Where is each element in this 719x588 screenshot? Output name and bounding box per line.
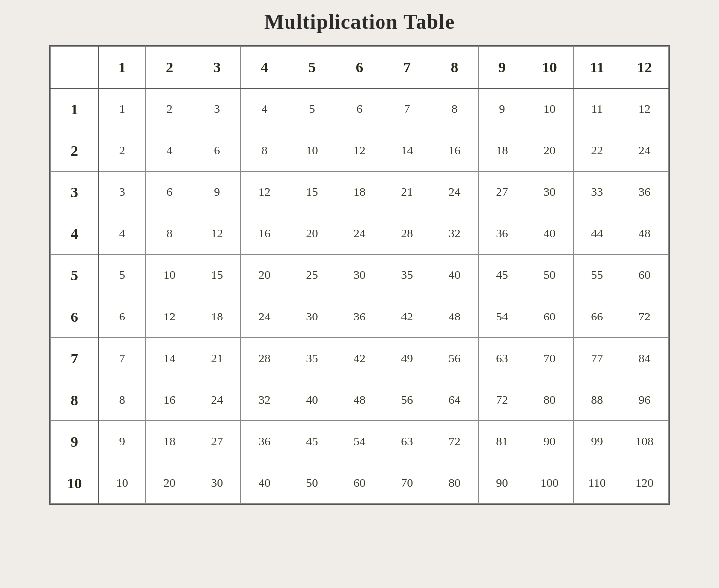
table-cell: 48 bbox=[621, 213, 669, 255]
table-cell: 9 bbox=[193, 172, 241, 213]
table-cell: 20 bbox=[146, 462, 193, 504]
table-cell: 24 bbox=[193, 379, 241, 421]
table-cell: 49 bbox=[383, 338, 431, 379]
col-header-8: 8 bbox=[431, 47, 479, 89]
table-cell: 14 bbox=[146, 338, 193, 379]
table-cell: 28 bbox=[241, 338, 288, 379]
table-cell: 36 bbox=[621, 172, 669, 213]
table-cell: 110 bbox=[574, 462, 621, 504]
table-cell: 10 bbox=[146, 255, 193, 296]
table-cell: 7 bbox=[98, 338, 146, 379]
row-header-9: 9 bbox=[51, 421, 98, 462]
table-cell: 40 bbox=[241, 462, 288, 504]
col-header-9: 9 bbox=[479, 47, 526, 89]
table-cell: 6 bbox=[146, 172, 193, 213]
table-cell: 6 bbox=[98, 296, 146, 338]
table-cell: 21 bbox=[383, 172, 431, 213]
table-cell: 27 bbox=[479, 172, 526, 213]
table-cell: 54 bbox=[336, 421, 383, 462]
table-cell: 56 bbox=[383, 379, 431, 421]
table-cell: 42 bbox=[383, 296, 431, 338]
table-cell: 18 bbox=[193, 296, 241, 338]
table-row: 9918273645546372819099108 bbox=[51, 421, 669, 462]
table-cell: 88 bbox=[574, 379, 621, 421]
table-cell: 48 bbox=[336, 379, 383, 421]
table-cell: 8 bbox=[431, 89, 479, 130]
table-cell: 25 bbox=[288, 255, 336, 296]
table-row: 44812162024283236404448 bbox=[51, 213, 669, 255]
table-row: 10102030405060708090100110120 bbox=[51, 462, 669, 504]
column-headers-row: 123456789101112 bbox=[51, 47, 669, 89]
table-cell: 77 bbox=[574, 338, 621, 379]
table-cell: 15 bbox=[288, 172, 336, 213]
table-cell: 90 bbox=[526, 421, 574, 462]
corner-cell bbox=[51, 47, 98, 89]
table-cell: 21 bbox=[193, 338, 241, 379]
table-cell: 99 bbox=[574, 421, 621, 462]
table-cell: 4 bbox=[241, 89, 288, 130]
table-cell: 20 bbox=[241, 255, 288, 296]
table-cell: 4 bbox=[146, 130, 193, 172]
table-cell: 30 bbox=[193, 462, 241, 504]
col-header-2: 2 bbox=[146, 47, 193, 89]
table-cell: 60 bbox=[336, 462, 383, 504]
col-header-10: 10 bbox=[526, 47, 574, 89]
table-cell: 24 bbox=[336, 213, 383, 255]
table-cell: 60 bbox=[621, 255, 669, 296]
table-cell: 14 bbox=[383, 130, 431, 172]
col-header-7: 7 bbox=[383, 47, 431, 89]
table-cell: 35 bbox=[288, 338, 336, 379]
table-cell: 96 bbox=[621, 379, 669, 421]
table-cell: 40 bbox=[526, 213, 574, 255]
table-cell: 7 bbox=[383, 89, 431, 130]
table-cell: 6 bbox=[193, 130, 241, 172]
row-header-10: 10 bbox=[51, 462, 98, 504]
table-cell: 8 bbox=[146, 213, 193, 255]
table-cell: 63 bbox=[479, 338, 526, 379]
table-cell: 12 bbox=[621, 89, 669, 130]
table-cell: 1 bbox=[98, 89, 146, 130]
table-cell: 20 bbox=[288, 213, 336, 255]
table-cell: 18 bbox=[336, 172, 383, 213]
table-row: 881624324048566472808896 bbox=[51, 379, 669, 421]
table-row: 661218243036424854606672 bbox=[51, 296, 669, 338]
table-cell: 10 bbox=[288, 130, 336, 172]
table-cell: 60 bbox=[526, 296, 574, 338]
row-header-1: 1 bbox=[51, 89, 98, 130]
row-header-5: 5 bbox=[51, 255, 98, 296]
col-header-3: 3 bbox=[193, 47, 241, 89]
table-cell: 2 bbox=[146, 89, 193, 130]
row-header-4: 4 bbox=[51, 213, 98, 255]
table-row: 551015202530354045505560 bbox=[51, 255, 669, 296]
multiplication-table-container: 123456789101112 112345678910111222468101… bbox=[49, 45, 670, 505]
page-title: Multiplication Table bbox=[264, 10, 455, 34]
table-cell: 16 bbox=[431, 130, 479, 172]
table-cell: 33 bbox=[574, 172, 621, 213]
table-cell: 24 bbox=[431, 172, 479, 213]
table-cell: 72 bbox=[621, 296, 669, 338]
table-cell: 30 bbox=[288, 296, 336, 338]
table-cell: 3 bbox=[98, 172, 146, 213]
table-cell: 12 bbox=[146, 296, 193, 338]
table-cell: 24 bbox=[241, 296, 288, 338]
table-cell: 80 bbox=[431, 462, 479, 504]
table-row: 1123456789101112 bbox=[51, 89, 669, 130]
table-cell: 8 bbox=[241, 130, 288, 172]
table-cell: 64 bbox=[431, 379, 479, 421]
table-cell: 5 bbox=[288, 89, 336, 130]
table-cell: 90 bbox=[479, 462, 526, 504]
table-cell: 16 bbox=[146, 379, 193, 421]
table-cell: 8 bbox=[98, 379, 146, 421]
table-cell: 56 bbox=[431, 338, 479, 379]
table-cell: 28 bbox=[383, 213, 431, 255]
table-cell: 32 bbox=[241, 379, 288, 421]
table-cell: 54 bbox=[479, 296, 526, 338]
table-cell: 18 bbox=[479, 130, 526, 172]
row-header-7: 7 bbox=[51, 338, 98, 379]
table-cell: 24 bbox=[621, 130, 669, 172]
row-header-3: 3 bbox=[51, 172, 98, 213]
table-row: 224681012141618202224 bbox=[51, 130, 669, 172]
table-cell: 100 bbox=[526, 462, 574, 504]
table-cell: 4 bbox=[98, 213, 146, 255]
table-cell: 45 bbox=[288, 421, 336, 462]
